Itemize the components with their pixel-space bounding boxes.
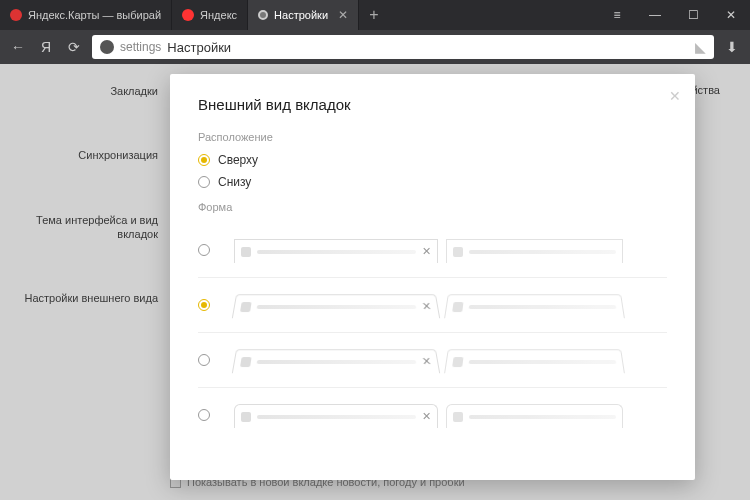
radio-icon: [198, 354, 210, 366]
shape-option[interactable]: ✕: [198, 278, 667, 333]
close-icon: ✕: [421, 355, 432, 368]
yandex-icon: [182, 9, 194, 21]
tab-appearance-dialog: ✕ Внешний вид вкладок Расположение Сверх…: [170, 74, 695, 480]
radio-icon: [198, 176, 210, 188]
address-proto: settings: [120, 40, 161, 54]
window-controls: ≡ — ☐ ✕: [598, 0, 750, 30]
address-path: Настройки: [167, 40, 231, 55]
radio-icon: [198, 409, 210, 421]
position-section-label: Расположение: [198, 131, 667, 143]
address-bar[interactable]: settings Настройки ◣: [92, 35, 714, 59]
shape-option[interactable]: ✕: [198, 388, 667, 442]
reload-button[interactable]: ⟳: [64, 39, 84, 55]
titlebar: Яндекс.Карты — выбирай Яндекс Настройки …: [0, 0, 750, 30]
position-option-bottom[interactable]: Снизу: [198, 175, 667, 189]
close-window-button[interactable]: ✕: [712, 0, 750, 30]
close-icon: ✕: [422, 410, 431, 423]
tab-label: Яндекс.Карты — выбирай: [28, 9, 161, 21]
radio-icon: [198, 244, 210, 256]
minimize-button[interactable]: —: [636, 0, 674, 30]
close-dialog-button[interactable]: ✕: [669, 88, 681, 104]
menu-button[interactable]: ≡: [598, 0, 636, 30]
browser-tab-active[interactable]: Настройки ✕: [248, 0, 359, 30]
shape-options-list: ✕ ✕ ✕: [198, 223, 667, 442]
tab-shape-preview: ✕: [224, 292, 667, 318]
yandex-home-button[interactable]: Я: [36, 39, 56, 55]
shape-option[interactable]: ✕: [198, 223, 667, 278]
close-icon: ✕: [422, 245, 431, 258]
navbar: ← Я ⟳ settings Настройки ◣ ⬇: [0, 30, 750, 64]
radio-label: Снизу: [218, 175, 251, 189]
tab-label: Настройки: [274, 9, 328, 21]
shape-section-label: Форма: [198, 201, 667, 213]
close-tab-button[interactable]: ✕: [338, 8, 348, 22]
position-option-top[interactable]: Сверху: [198, 153, 667, 167]
new-tab-button[interactable]: +: [359, 0, 389, 30]
close-icon: ✕: [421, 300, 432, 313]
browser-tab[interactable]: Яндекс.Карты — выбирай: [0, 0, 172, 30]
radio-label: Сверху: [218, 153, 258, 167]
map-pin-icon: [10, 9, 22, 21]
site-icon: [100, 40, 114, 54]
shape-option[interactable]: ✕: [198, 333, 667, 388]
dialog-title: Внешний вид вкладок: [198, 96, 667, 113]
gear-icon: [258, 10, 268, 20]
tab-shape-preview: ✕: [224, 402, 667, 428]
maximize-button[interactable]: ☐: [674, 0, 712, 30]
tab-shape-preview: ✕: [224, 347, 667, 373]
browser-tabs: Яндекс.Карты — выбирай Яндекс Настройки …: [0, 0, 598, 30]
radio-icon: [198, 154, 210, 166]
back-button[interactable]: ←: [8, 39, 28, 55]
modal-overlay[interactable]: ✕ Внешний вид вкладок Расположение Сверх…: [0, 64, 750, 500]
downloads-button[interactable]: ⬇: [722, 39, 742, 55]
browser-tab[interactable]: Яндекс: [172, 0, 248, 30]
radio-icon: [198, 299, 210, 311]
bookmark-icon[interactable]: ◣: [695, 39, 706, 55]
tab-shape-preview: ✕: [224, 237, 667, 263]
tab-label: Яндекс: [200, 9, 237, 21]
